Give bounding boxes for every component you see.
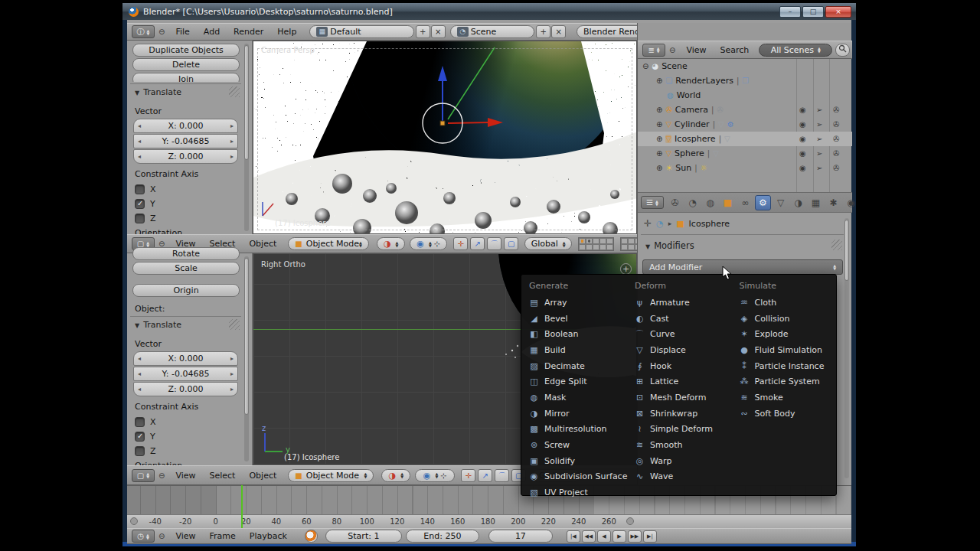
breadcrumb-object-name[interactable]: Icosphere [689,219,730,229]
jump-to-start-button[interactable]: |◀ [567,530,580,543]
collapse-icon[interactable]: ⊖ [642,62,648,70]
simple-deform-modifier-icon[interactable]: ≀Simple Deform [627,422,732,438]
subdivision-surface-modifier-icon[interactable]: ◉Subdivision Surface [521,469,627,485]
hide-eye-icon[interactable]: ◉ [799,135,806,143]
constraint-z-checkbox[interactable] [135,446,145,456]
tool-button[interactable]: Rotate [132,247,240,260]
constraint-x-checkbox[interactable] [135,184,145,194]
modifiers-panel-header[interactable]: Modifiers [645,240,694,251]
previous-keyframe-button[interactable]: ◀◀ [582,530,596,543]
scene-selector[interactable]: ◔ Scene [450,25,534,38]
object-data-tab-icon[interactable]: ▽ [773,195,789,210]
restrict-select-icon[interactable]: ➢ [816,149,822,158]
constraint-z-checkbox[interactable] [135,214,145,223]
collapse-menus-icon[interactable]: ⊖ [155,532,168,540]
cast-modifier-icon[interactable]: ◐Cast [627,311,732,327]
add-scene-button[interactable]: + [536,25,550,38]
collapse-menus-icon[interactable]: ⊖ [665,46,679,54]
end-frame-field[interactable]: End: 250 [406,530,479,543]
search-icon[interactable] [835,44,850,57]
tool-shelf-scrollbar-thumb[interactable] [244,45,249,160]
particles-tab-icon[interactable]: ✱ [825,195,841,210]
close-button[interactable]: × [825,6,851,18]
mesh-deform-modifier-icon[interactable]: ⊡Mesh Deform [627,390,732,406]
delete-screen-layout-button[interactable]: × [431,25,446,38]
info-menu-item[interactable]: File [168,27,196,37]
next-keyframe-button[interactable]: ▶▶ [628,530,642,543]
warp-modifier-icon[interactable]: ◎Warp [627,453,732,469]
mirror-modifier-icon[interactable]: ◑Mirror [521,406,627,422]
info-editor-type-button[interactable]: ⓘ [132,25,155,38]
soft-body-modifier-icon[interactable]: ∾Soft Body [732,406,837,422]
restrict-render-icon[interactable]: ✇ [833,120,839,129]
shrinkwrap-modifier-icon[interactable]: ⊠Shrinkwrap [627,406,732,422]
outliner-item-renderlayers[interactable]: ⊕ ❏ RenderLayers | ❐ [638,73,852,88]
manipulator-arrow-icon[interactable]: ↗ [470,237,485,250]
modifiers-tab-wrench-icon[interactable]: ⚙ [755,195,771,210]
jump-to-end-button[interactable]: ▶| [643,530,657,543]
start-frame-field[interactable]: Start: 1 [325,530,402,543]
screw-modifier-icon[interactable]: ⊛Screw [521,437,627,453]
outliner-menu-item[interactable]: Search [714,45,756,55]
panel-grip[interactable] [831,240,842,250]
restrict-render-icon[interactable]: ✇ [833,135,839,143]
particle-instance-modifier-icon[interactable]: ⁑Particle Instance [732,358,837,374]
bevel-modifier-icon[interactable]: ◢Bevel [521,311,627,327]
world-tab-icon[interactable]: ◍ [702,195,718,210]
pin-icon[interactable]: ✛ [644,218,652,229]
restrict-select-icon[interactable]: ➢ [816,106,822,114]
translate-panel-header[interactable]: Translate [135,320,181,330]
manipulator-toggle-icon[interactable]: ⊹ [434,240,440,248]
multiresolution-modifier-icon[interactable]: ▩Multiresolution [521,422,627,438]
fluid-simulation-modifier-icon[interactable]: ●Fluid Simulation [732,342,837,358]
tool-shelf-scrollbar-thumb[interactable] [244,258,249,415]
physics-tab-icon[interactable]: ◉ [843,195,859,210]
translate-z-field[interactable]: Z: 0.000 [133,149,238,164]
restrict-render-icon[interactable]: ✇ [833,149,839,158]
tool-button[interactable]: Join [132,73,240,82]
pivot-selector[interactable]: ◉ ⊹ [410,237,447,250]
restrict-select-icon[interactable]: ➢ [816,164,822,172]
viewport-menu-item[interactable]: View [168,471,202,481]
constraint-y-checkbox[interactable] [135,432,145,442]
restrict-render-icon[interactable]: ✇ [833,164,839,172]
tool-button[interactable]: Duplicate Objects [132,44,240,57]
collapse-menus-icon[interactable]: ⊖ [155,471,168,480]
timeline-menu-item[interactable]: Frame [203,531,243,541]
auto-keyframe-record-button[interactable] [305,530,318,543]
manipulator-rotate-icon[interactable]: ⌒ [495,469,509,482]
constraints-tab-icon[interactable]: ∞ [737,195,753,210]
hide-eye-icon[interactable]: ◉ [799,149,806,158]
outliner-filter-selector[interactable]: All Scenes [759,44,832,57]
mode-selector[interactable]: ■ Object Mode [288,237,369,250]
translate-panel-header[interactable]: Translate [135,87,181,97]
expand-icon[interactable]: ⊕ [656,77,662,85]
timeline-menu-item[interactable]: View [168,531,202,541]
viewport-editor-type-button[interactable]: ▢ [132,469,155,482]
viewport-camera[interactable]: Camera Persp (17) Icosphere [253,41,637,234]
properties-scrollbar-thumb[interactable] [844,220,849,281]
shading-selector[interactable]: ◑ [381,469,410,482]
title-bar[interactable]: Blender* [C:\Users\Usuario\Desktop\satur… [122,3,856,20]
boolean-modifier-icon[interactable]: ◧Boolean [521,326,627,342]
timeline-scroll-cap-left[interactable] [130,517,138,525]
expand-icon[interactable]: ⊕ [656,106,662,114]
solidify-modifier-icon[interactable]: ▣Solidify [521,453,627,469]
outliner-item-scene[interactable]: ⊖ ◕ Scene [638,59,852,73]
tool-button[interactable]: Scale [132,262,240,275]
displace-modifier-icon[interactable]: ▽Displace [627,342,732,358]
restrict-select-icon[interactable]: ➢ [816,120,822,129]
translate-z-field[interactable]: Z: 0.000 [133,382,238,396]
hook-modifier-icon[interactable]: ∮Hook [627,358,732,374]
scene-tab-icon[interactable]: ◔ [684,195,701,210]
outliner-editor-type-button[interactable]: ≣ [642,44,665,57]
edge-split-modifier-icon[interactable]: ◫Edge Split [521,373,627,390]
decimate-modifier-icon[interactable]: ▨Decimate [521,358,627,374]
viewport-menu-item[interactable]: Select [203,471,243,481]
info-menu-item[interactable]: Help [270,27,303,37]
pivot-selector[interactable]: ◉ ⊹ [415,469,455,482]
shading-selector[interactable]: ◑ [377,237,405,250]
screen-layout-selector[interactable]: ▦ Default [309,25,413,38]
constraint-x-checkbox[interactable] [135,417,145,427]
smooth-modifier-icon[interactable]: ≋Smooth [627,437,732,453]
